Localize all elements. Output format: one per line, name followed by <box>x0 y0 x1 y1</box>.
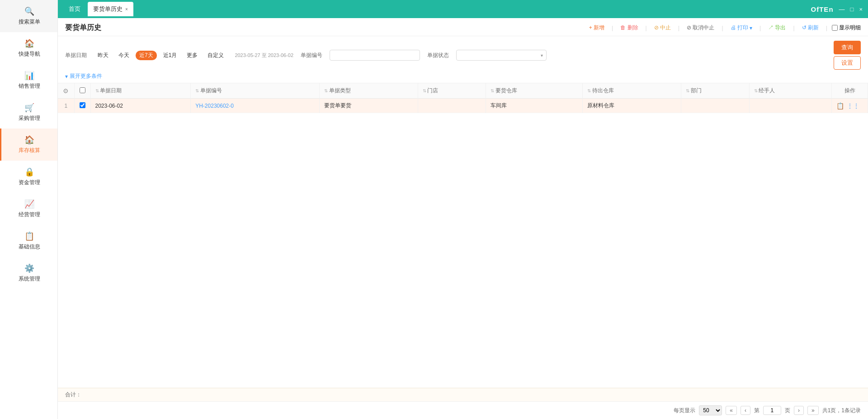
data-table: ⚙ 单据日期 单据编号 单据类型 门店 要货仓库 待出仓库 部门 经手人 操 <box>58 83 868 113</box>
tab-active[interactable]: 要货单历史 × <box>88 2 133 16</box>
chart-icon: 📊 <box>24 71 34 81</box>
th-store[interactable]: 门店 <box>418 83 486 99</box>
row-actions: 📋 ⋮⋮ <box>832 99 868 113</box>
cart-icon: 🛒 <box>24 103 34 113</box>
th-doc-no[interactable]: 单据编号 <box>191 83 320 99</box>
next-page-btn[interactable]: › <box>794 406 804 415</box>
th-req-warehouse[interactable]: 要货仓库 <box>486 83 583 99</box>
last-page-btn[interactable]: » <box>807 406 819 415</box>
sidebar-item-sales[interactable]: 📊 销售管理 <box>0 64 57 96</box>
th-department[interactable]: 部门 <box>681 83 749 99</box>
table-header-row: ⚙ 单据日期 单据编号 单据类型 门店 要货仓库 待出仓库 部门 经手人 操 <box>58 83 868 99</box>
stop-button[interactable]: ⊘ 中止 <box>651 23 674 33</box>
prev-page-btn[interactable]: ‹ <box>741 406 750 415</box>
print-btn-label: 🖨 打印 <box>731 24 748 32</box>
sidebar: 🔍 搜索菜单 🏠 快捷导航 📊 销售管理 🛒 采购管理 🏠 库存核算 🔒 资金管… <box>0 0 58 419</box>
table-settings-icon[interactable]: ⚙ <box>63 87 69 95</box>
tab-close-icon[interactable]: × <box>125 7 128 12</box>
brand-label: OfTEn <box>811 5 834 13</box>
tab-home[interactable]: 首页 <box>63 2 86 16</box>
sidebar-item-label: 基础信息 <box>19 243 40 251</box>
divider4: | <box>722 25 723 31</box>
select-all-checkbox[interactable] <box>80 87 85 93</box>
main-area: 首页 要货单历史 × OfTEn — □ × 要货单历史 + 新增 | 🗑 删除 <box>58 0 868 419</box>
row-edit-icon[interactable]: 📋 <box>836 102 844 110</box>
date-btn-1month[interactable]: 近1月 <box>160 51 181 60</box>
sidebar-item-purchase[interactable]: 🛒 采购管理 <box>0 96 57 129</box>
home-icon: 🏠 <box>24 38 34 48</box>
window-minimize-icon[interactable]: — <box>839 6 845 13</box>
expand-conditions-btn[interactable]: ▾ 展开更多条件 <box>65 72 861 80</box>
inventory-icon: 🏠 <box>24 135 34 145</box>
cancel-btn-label: ⊘ 取消中止 <box>687 24 714 32</box>
new-button[interactable]: + 新增 <box>586 23 607 33</box>
total-pages-info: 共1页，1条记录 <box>822 407 861 414</box>
print-dropdown-icon[interactable]: ▾ <box>750 25 752 31</box>
divider3: | <box>678 25 679 31</box>
first-page-btn[interactable]: « <box>726 406 737 415</box>
th-pending-warehouse[interactable]: 待出仓库 <box>583 83 681 99</box>
row-doc-no: YH-20230602-0 <box>191 99 320 113</box>
sidebar-item-finance[interactable]: 🔒 资金管理 <box>0 161 57 193</box>
page-title: 要货单历史 <box>65 23 101 33</box>
new-btn-label: + 新增 <box>589 24 604 32</box>
row-more-icon[interactable]: ⋮⋮ <box>847 102 859 110</box>
delete-button[interactable]: 🗑 删除 <box>618 23 641 33</box>
expand-label: 展开更多条件 <box>70 72 102 80</box>
status-select[interactable] <box>456 50 547 61</box>
per-page-select[interactable]: 10 20 50 100 <box>699 405 722 415</box>
page-number-input[interactable] <box>763 406 781 415</box>
date-btn-7days[interactable]: 近7天 <box>136 51 157 60</box>
sidebar-item-label: 库存核算 <box>19 147 40 154</box>
query-button[interactable]: 查询 <box>834 41 861 54</box>
doc-no-input[interactable] <box>330 50 420 61</box>
cancel-stop-button[interactable]: ⊘ 取消中止 <box>684 23 717 33</box>
th-settings: ⚙ <box>58 83 74 99</box>
expand-icon: ▾ <box>65 73 68 80</box>
refresh-button[interactable]: ↺ 刷新 <box>799 23 821 33</box>
setting-button[interactable]: 设置 <box>834 56 861 70</box>
refresh-btn-label: ↺ 刷新 <box>802 24 819 32</box>
th-doc-type[interactable]: 单据类型 <box>319 83 418 99</box>
sidebar-item-operation[interactable]: 📈 经营管理 <box>0 193 57 225</box>
sidebar-item-basic[interactable]: 📋 基础信息 <box>0 225 57 257</box>
date-btn-more[interactable]: 更多 <box>183 51 201 60</box>
row-req-warehouse: 车间库 <box>486 99 583 113</box>
window-maximize-icon[interactable]: □ <box>850 6 854 13</box>
window-close-icon[interactable]: × <box>859 6 863 13</box>
divider5: | <box>760 25 761 31</box>
total-label: 合计： <box>65 391 81 399</box>
row-date: 2023-06-02 <box>90 99 191 113</box>
date-btn-yesterday[interactable]: 昨天 <box>94 51 112 60</box>
sidebar-item-system[interactable]: ⚙️ 系统管理 <box>0 257 57 289</box>
lock-icon: 🔒 <box>24 167 34 177</box>
sidebar-item-label: 经营管理 <box>19 211 40 219</box>
show-detail-checkbox[interactable] <box>832 25 838 31</box>
export-button[interactable]: ↗ 导出 <box>765 23 788 33</box>
row-department <box>681 99 749 113</box>
date-range-display: 2023-05-27 至 2023-06-02 <box>235 52 293 59</box>
doc-no-label: 单据编号 <box>301 52 322 59</box>
status-select-wrapper <box>456 50 547 61</box>
date-btn-custom[interactable]: 自定义 <box>204 51 227 60</box>
date-btn-today[interactable]: 今天 <box>115 51 133 60</box>
row-checkbox[interactable] <box>80 102 85 108</box>
sidebar-item-quicknav[interactable]: 🏠 快捷导航 <box>0 32 57 64</box>
th-handler[interactable]: 经手人 <box>749 83 831 99</box>
topbar-right: OfTEn — □ × <box>811 5 863 13</box>
sidebar-item-inventory[interactable]: 🏠 库存核算 <box>0 129 57 161</box>
sidebar-item-label: 采购管理 <box>19 114 40 122</box>
th-date[interactable]: 单据日期 <box>90 83 191 99</box>
print-button[interactable]: 🖨 打印 ▾ <box>728 23 755 33</box>
trend-icon: 📈 <box>24 199 34 209</box>
row-doc-type: 要货单要货 <box>319 99 418 113</box>
topbar: 首页 要货单历史 × OfTEn — □ × <box>58 0 868 18</box>
sidebar-item-search[interactable]: 🔍 搜索菜单 <box>0 0 57 32</box>
row-handler <box>749 99 831 113</box>
table-row: 1 2023-06-02 YH-20230602-0 要货单要货 车间库 原材料… <box>58 99 868 113</box>
list-icon: 📋 <box>24 231 34 241</box>
doc-no-link[interactable]: YH-20230602-0 <box>195 103 234 109</box>
divider6: | <box>793 25 794 31</box>
show-detail-checkbox-wrapper[interactable]: 显示明细 <box>832 24 861 32</box>
row-pending-warehouse: 原材料仓库 <box>583 99 681 113</box>
